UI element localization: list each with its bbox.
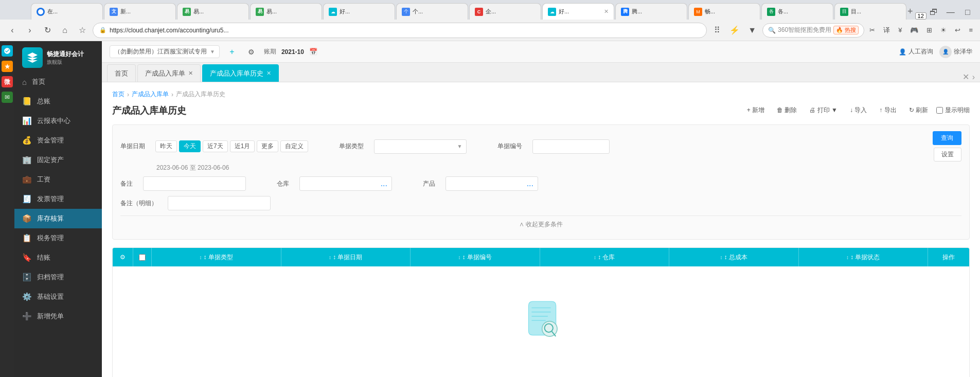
filter-settings-button[interactable]: 设置 [934,148,961,161]
breadcrumb-home[interactable]: 首页 [112,90,124,99]
browser-tab-9[interactable]: 腾 腾... [615,3,687,20]
refresh-button[interactable]: ↻ [40,23,55,38]
display-toggle[interactable]: 显示明细 [936,106,970,115]
social-icon[interactable]: 微 [2,76,13,87]
calendar-icon[interactable]: 📅 [309,48,317,56]
breadcrumb-list[interactable]: 产成品入库单 [132,90,169,99]
browser-tab-5[interactable]: ☁ 好... [323,3,395,20]
select-all-checkbox[interactable] [139,254,146,261]
company-settings-button[interactable]: ⚙ [244,45,259,59]
search-box[interactable]: 🔍 360智能抠图免费用 🔥 热搜 [762,23,864,38]
export-button[interactable]: ↑ 导出 [875,104,900,117]
menu-button[interactable]: ≡ [967,23,975,38]
product-dots-icon[interactable]: ... [527,179,533,188]
browser-tab-10[interactable]: M 畅... [688,3,760,20]
date-btn-7days[interactable]: 近7天 [203,140,228,152]
browser-tab-2[interactable]: 文 新... [104,3,176,20]
home-button[interactable]: ⌂ [58,23,72,38]
nav-basic[interactable]: ⚙️ 基础设置 [14,287,102,307]
new-tab-button[interactable]: + [907,3,913,20]
browser-tab-8[interactable]: ☁ 好... ✕ [542,3,614,20]
nav-new-voucher[interactable]: ➕ 新增凭单 [14,307,102,326]
th-number[interactable]: ↕ ↕ 单据编号 [411,248,540,266]
th-checkbox[interactable] [133,248,152,266]
restore-button[interactable]: 🗗 [926,5,941,20]
product-select[interactable]: ... [446,176,538,191]
nav-salary[interactable]: 💼 工资 [14,170,102,189]
warehouse-select[interactable]: ... [299,176,392,191]
date-btn-yesterday[interactable]: 昨天 [155,140,177,152]
panel-close-button[interactable]: ✕ [963,72,969,82]
minimize-button[interactable]: — [943,5,958,20]
delete-button[interactable]: 🗑 删除 [773,104,801,117]
collapse-bar[interactable]: ∧ 收起更多条件 [120,216,961,233]
dropdown-button[interactable]: ▼ [745,23,759,38]
tab-home[interactable]: 首页 [107,64,136,82]
nav-invoice[interactable]: 🧾 发票管理 [14,189,102,209]
display-toggle-checkbox[interactable] [936,107,943,114]
query-button[interactable]: 查询 [933,131,961,145]
date-btn-today[interactable]: 今天 [179,140,201,152]
nav-ledger[interactable]: 📒 总账 [14,92,102,111]
forward-button[interactable]: › [23,23,37,38]
voucher-type-select[interactable]: ▼ [374,139,467,154]
th-voucher-type[interactable]: ↕ ↕ 单据类型 [152,248,281,266]
th-status[interactable]: ↕ ↕ 单据状态 [799,248,929,266]
th-warehouse[interactable]: ↕ ↕ 仓库 [540,248,670,266]
ai-service[interactable]: 👤 人工咨询 [899,47,933,56]
undo-button[interactable]: ↩ [953,23,963,38]
import-button[interactable]: ↓ 导入 [846,104,871,117]
translate-button[interactable]: 译 [881,23,892,38]
brightness-button[interactable]: ☀ [938,23,949,38]
nav-tax[interactable]: 📋 税务管理 [14,228,102,248]
panel-more-button[interactable]: › [972,73,975,82]
back-button[interactable]: ‹ [5,23,20,38]
app-launcher-icon[interactable] [2,45,13,57]
voucher-number-input[interactable] [532,139,610,154]
warehouse-dots-icon[interactable]: ... [381,179,387,188]
tab-list[interactable]: 产成品入库单 ✕ [137,64,201,82]
nav-settlement[interactable]: 🔖 结账 [14,248,102,267]
nav-fixed-assets[interactable]: 🏢 固定资产 [14,150,102,170]
tab-history-close[interactable]: ✕ [266,70,271,77]
favorites-icon[interactable]: ★ [2,61,13,72]
game-button[interactable]: 🎮 [908,23,920,38]
nav-reports[interactable]: 📊 云报表中心 [14,111,102,131]
browser-tab-12[interactable]: 目 目... [834,3,906,20]
nav-archive[interactable]: 🗄️ 归档管理 [14,267,102,287]
maximize-button[interactable]: □ [960,5,975,20]
address-bar[interactable]: 🔒 https://cloud.chanjet.com/accounting/u… [93,23,707,38]
remark-input[interactable] [143,176,246,191]
refresh-page-button[interactable]: ↻ 刷新 [905,104,932,117]
browser-tab-11[interactable]: 各 各... [761,3,833,20]
new-button[interactable]: + 新增 [743,104,769,117]
grid-button[interactable]: ⊞ [924,23,934,38]
browser-tab-4[interactable]: 易 易... [250,3,322,20]
date-btn-custom[interactable]: 自定义 [280,140,308,152]
nav-funds[interactable]: 💰 资金管理 [14,131,102,150]
print-button[interactable]: 🖨 打印 ▼ [805,104,842,117]
browser-tab-3[interactable]: 易 易... [177,3,249,20]
browser-tab-1[interactable]: 在... [31,3,103,20]
nav-inventory[interactable]: 📦 库存核算 [14,209,102,228]
lightning-button[interactable]: ⚡ [727,23,742,38]
browser-tab-8-close[interactable]: ✕ [602,8,609,15]
company-selector[interactable]: （勿删勿禁用）江西服宝测试专用 ▼ [110,45,220,58]
yuan-button[interactable]: ¥ [896,23,904,38]
th-date[interactable]: ↕ ↕ 单据日期 [281,248,411,266]
remark-detail-input[interactable] [168,196,271,210]
th-cost[interactable]: ↕ ↕ 总成本 [669,248,799,266]
browser-tab-6[interactable]: 个 个... [396,3,468,20]
tab-list-close[interactable]: ✕ [188,70,193,77]
user-avatar-area[interactable]: 👤 徐泽华 [939,46,972,58]
date-btn-more[interactable]: 更多 [257,140,278,152]
th-settings[interactable]: ⚙ [113,248,133,266]
date-btn-1month[interactable]: 近1月 [230,140,255,152]
close-window-button[interactable]: ✕ [977,5,980,20]
browser-tab-7[interactable]: C 企... [469,3,541,20]
scissors-button[interactable]: ✂ [867,23,877,38]
extensions-button[interactable]: ⠿ [710,23,724,38]
mail-icon[interactable]: ✉ [2,92,13,103]
add-company-button[interactable]: + [225,45,239,59]
bookmark-button[interactable]: ☆ [75,23,90,38]
